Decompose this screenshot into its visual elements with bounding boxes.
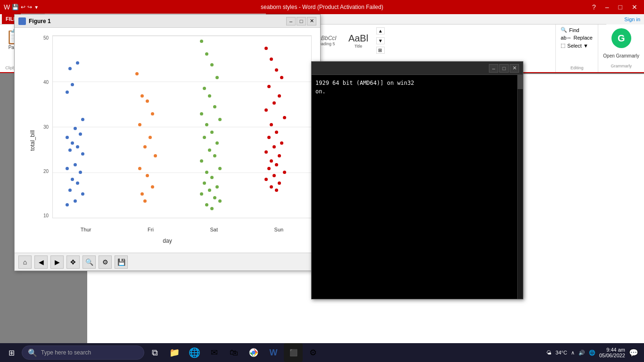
figure-controls: – □ ✕ (286, 17, 316, 25)
speaker-icon[interactable]: 🔊 (578, 350, 585, 356)
console-controls: – □ ✕ (489, 64, 519, 73)
chrome-icon[interactable] (244, 343, 263, 362)
title-bar-controls: ? – □ ✕ (589, 2, 640, 12)
toolbar-zoom-btn[interactable]: 🔍 (83, 255, 96, 269)
console-minimize-btn[interactable]: – (489, 64, 498, 73)
select-button[interactable]: ⬚Select ▼ (560, 42, 594, 49)
edge-icon[interactable]: 🌐 (185, 343, 204, 362)
console-text-line1: 1929 64 bit (AMD64)] on win32 (315, 79, 519, 87)
chart-container: total_bill 50 40 30 20 10 (18, 32, 316, 249)
word-icon: W (4, 3, 10, 11)
figure-title-left: Figure 1 (18, 17, 51, 25)
console-titlebar: – □ ✕ (312, 62, 523, 75)
taskbar-search[interactable]: 🔍 Type here to search (22, 346, 144, 360)
sign-in-link[interactable]: Sign in (624, 16, 640, 22)
grid-lines (53, 36, 311, 218)
y-axis-ticks: 50 40 30 20 10 (33, 35, 51, 218)
save-quick-icon[interactable]: 💾 (12, 4, 19, 10)
help-button[interactable]: ? (589, 2, 599, 12)
replace-button[interactable]: ab↔Replace (560, 34, 594, 41)
file-explorer-icon[interactable]: 📁 (165, 343, 184, 362)
title-bar: W 💾 ↩ ↪ ▼ seaborn styles - Word (Product… (0, 0, 644, 14)
x-axis-title: day (163, 238, 172, 244)
console-window: – □ ✕ 1929 64 bit (AMD64)] on win32 on. (311, 61, 523, 299)
style-expand[interactable]: ⊞ (376, 47, 385, 54)
figure-window: Figure 1 – □ ✕ total_bill 50 40 30 20 10 (14, 14, 321, 271)
toolbar-config-btn[interactable]: ⚙ (99, 255, 112, 269)
minimize-button[interactable]: – (603, 2, 612, 12)
find-button[interactable]: 🔍Find (560, 26, 594, 33)
console-scrollbar[interactable] (517, 75, 523, 299)
weather-icon: 🌤 (546, 350, 552, 355)
title-bar-title: seaborn styles - Word (Product Activatio… (261, 4, 383, 10)
toolbar-save-btn[interactable]: 💾 (115, 255, 128, 269)
sign-in-area: Sign in (606, 14, 644, 25)
title-bar-left: W 💾 ↩ ↪ ▼ (4, 3, 39, 11)
toolbar-pan-btn[interactable]: ✥ (66, 255, 80, 269)
temperature: 34°C (555, 350, 567, 355)
figure-maximize-btn[interactable]: □ (297, 17, 306, 25)
figure-close-btn[interactable]: ✕ (307, 17, 316, 25)
figure-body: total_bill 50 40 30 20 10 (15, 28, 320, 253)
search-placeholder-text: Type here to search (41, 349, 91, 356)
notification-icon[interactable]: 💬 (629, 348, 638, 357)
toolbar-home-btn[interactable]: ⌂ (18, 255, 32, 269)
console-maximize-btn[interactable]: □ (499, 64, 509, 73)
x-axis-labels: Thur Fri Sat Sun (52, 227, 312, 232)
figure-minimize-btn[interactable]: – (286, 17, 296, 25)
console-body: 1929 64 bit (AMD64)] on win32 on. (312, 75, 523, 299)
figure-title: Figure 1 (29, 18, 51, 25)
grammarly-logo[interactable]: G (611, 28, 631, 48)
redo-quick-icon[interactable]: ↪ (27, 4, 32, 10)
style-scroll-down[interactable]: ▼ (376, 37, 385, 44)
figure-toolbar: ⌂ ◀ ▶ ✥ 🔍 ⚙ 💾 (15, 253, 320, 271)
open-grammarly-button[interactable]: Open Grammarly (603, 53, 639, 58)
show-hidden-btn[interactable]: ∧ (571, 350, 575, 356)
taskbar-time[interactable]: 9:44 am 05/06/2022 (599, 347, 625, 358)
store-icon[interactable]: 🛍 (224, 343, 243, 362)
grammarly-group: G Open Grammarly Grammarly (598, 25, 644, 72)
figure-icon (18, 17, 26, 25)
settings-icon[interactable]: ⚙ (304, 343, 322, 362)
maximize-button[interactable]: □ (616, 2, 625, 12)
style-scroll-up[interactable]: ▲ (376, 27, 385, 34)
editing-label: Editing (560, 66, 594, 70)
date-display: 05/06/2022 (599, 353, 625, 358)
toolbar-back-btn[interactable]: ◀ (34, 255, 48, 269)
undo-quick-icon[interactable]: ↩ (21, 4, 25, 10)
editing-group: 🔍Find ab↔Replace ⬚Select ▼ Editing (556, 25, 598, 72)
search-icon: 🔍 (28, 348, 37, 357)
mail-icon[interactable]: ✉ (205, 343, 223, 362)
toolbar-forward-btn[interactable]: ▶ (50, 255, 64, 269)
style-title[interactable]: AaBl Title (342, 26, 374, 55)
time-display: 9:44 am (599, 347, 625, 353)
console-text-line2: on. (315, 87, 519, 96)
console-close-btn[interactable]: ✕ (510, 64, 519, 73)
terminal-icon[interactable]: ⬛ (284, 343, 303, 362)
taskbar: ⊞ 🔍 Type here to search ⧉ 📁 🌐 ✉ 🛍 W ⬛ ⚙ … (0, 343, 644, 362)
network-icon[interactable]: 🌐 (589, 350, 595, 356)
console-scrollbar-thumb[interactable] (518, 75, 523, 89)
chart-plot-area (52, 35, 312, 218)
close-button[interactable]: ✕ (629, 2, 640, 12)
figure-titlebar: Figure 1 – □ ✕ (15, 15, 320, 28)
quick-dropdown-icon[interactable]: ▼ (34, 5, 39, 10)
taskbar-right: 🌤 34°C ∧ 🔊 🌐 9:44 am 05/06/2022 💬 (546, 347, 642, 358)
word-taskbar-icon[interactable]: W (264, 343, 283, 362)
task-view-button[interactable]: ⧉ (145, 343, 164, 362)
start-button[interactable]: ⊞ (2, 343, 21, 362)
